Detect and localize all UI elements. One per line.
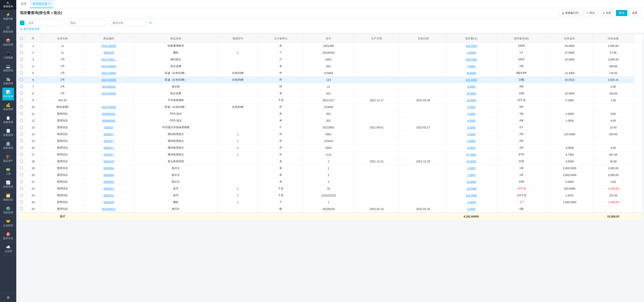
cell-link[interactable]: -16.0000	[466, 187, 476, 190]
sidebar-item-general[interactable]: 📋总账管理	[2, 113, 14, 126]
cell-code[interactable]: 001000026	[84, 83, 134, 90]
category-dropdown-icon[interactable]: ▼	[149, 21, 152, 25]
cell-link[interactable]: 4.0000	[467, 112, 476, 115]
cell-link[interactable]: 0.0000	[467, 126, 476, 129]
sidebar-item-ops[interactable]: 📈经营管理	[2, 178, 14, 191]
filter-expand-toggle[interactable]: ›	[20, 21, 24, 25]
cell-code[interactable]: 0000084	[84, 172, 134, 179]
row-checkbox[interactable]	[20, 139, 23, 142]
select-all-checkbox[interactable]	[20, 37, 23, 40]
cell-link[interactable]: 1.00000	[466, 51, 476, 54]
cell-code[interactable]: 0000084	[84, 165, 134, 172]
sidebar-item-quick-nav[interactable]: ⚡快捷导航	[2, 10, 14, 23]
cell-qty_main[interactable]: 100.0000	[446, 56, 496, 63]
cell-link[interactable]: 0000029	[103, 51, 114, 54]
cell-qty_main[interactable]: 87.0000	[446, 151, 496, 158]
cell-link[interactable]: 0023-00005	[102, 72, 116, 75]
cell-qty_main[interactable]: 0.0000	[446, 83, 496, 90]
tab-close-inventory-batch[interactable]: ✕	[48, 2, 50, 6]
cell-code[interactable]: 0000017	[84, 131, 134, 138]
cell-link[interactable]: 10.0000	[466, 180, 476, 184]
cell-qty_main[interactable]: 100.0000	[446, 43, 496, 49]
sidebar-item-ecom[interactable]: 💻电商管理	[2, 62, 14, 75]
cell-code[interactable]: 000900001	[84, 111, 134, 117]
cell-link[interactable]: 0023-00008	[102, 106, 116, 109]
cell-link[interactable]: 10.0000	[466, 92, 476, 95]
cell-link[interactable]: 3.0000	[467, 146, 476, 149]
cell-qty_main[interactable]: 3.0000	[446, 144, 496, 151]
sidebar-item-inventory[interactable]: 📊库存核算	[2, 88, 14, 101]
cell-link[interactable]: 100.0000	[466, 58, 477, 61]
row-checkbox[interactable]	[20, 92, 23, 95]
cell-qty_main[interactable]: 0.0000	[446, 104, 496, 111]
cell-code[interactable]: 0000029	[84, 49, 134, 56]
cell-link[interactable]: 0000017	[103, 153, 114, 156]
cell-link[interactable]: 0023-00008	[102, 78, 116, 82]
sidebar-item-mini-ecom[interactable]: 📱小程电商	[2, 49, 14, 62]
row-checkbox[interactable]	[20, 99, 23, 101]
sidebar-item-fixed-asset[interactable]: 🏗️固定资产	[2, 152, 14, 165]
cell-qty_main[interactable]: 0.0000	[446, 124, 496, 131]
row-checkbox[interactable]	[20, 85, 23, 88]
row-checkbox[interactable]	[20, 58, 23, 61]
cell-link[interactable]: 0.0000	[467, 208, 476, 211]
product-filter[interactable]	[68, 20, 104, 26]
cell-qty_main[interactable]: 4.0000	[446, 117, 496, 124]
cell-link[interactable]: 0023-00005	[102, 65, 116, 68]
row-checkbox[interactable]	[20, 146, 23, 149]
cell-code[interactable]: 000900001	[84, 117, 134, 124]
cell-code[interactable]: 000097	[84, 124, 134, 131]
cell-link[interactable]: 000900001	[102, 112, 116, 115]
cell-code[interactable]: 0000012	[84, 185, 134, 192]
cell-qty_main[interactable]: 2.0000	[446, 131, 496, 138]
sidebar-item-invoice[interactable]: 🧾发票管理	[2, 126, 14, 139]
cell-qty_main[interactable]: 0.0000	[446, 206, 496, 213]
row-checkbox[interactable]	[20, 194, 23, 197]
cell-link[interactable]: 10.0000	[466, 99, 476, 102]
cell-qty_main[interactable]: 0.0000	[446, 138, 496, 144]
expand-more-btn[interactable]: ▼ 展开更多条件	[20, 27, 640, 31]
row-checkbox[interactable]	[20, 187, 23, 190]
row-checkbox[interactable]	[20, 78, 23, 81]
cell-code[interactable]: 0000012	[84, 192, 134, 199]
row-checkbox[interactable]	[20, 160, 23, 163]
row-checkbox[interactable]	[20, 112, 23, 115]
cell-link[interactable]: 122.0000	[466, 194, 477, 197]
cell-link[interactable]: 0000084	[103, 167, 114, 170]
cell-link[interactable]: 0000084	[103, 180, 114, 184]
row-checkbox[interactable]	[20, 201, 23, 203]
sidebar-item-sys-mgmt[interactable]: ⚙️系统管理	[2, 204, 14, 217]
cell-qty_main[interactable]: 122.0000	[446, 192, 496, 199]
cell-link[interactable]: 100.0000	[466, 78, 477, 82]
row-checkbox[interactable]	[20, 51, 23, 54]
cell-qty_main[interactable]: 49.6000	[446, 70, 496, 77]
cell-link[interactable]: 0000084	[103, 174, 114, 177]
cell-qty_main[interactable]: 100.0000	[446, 77, 496, 83]
row-checkbox[interactable]	[20, 167, 23, 170]
row-checkbox[interactable]	[20, 132, 23, 135]
tab-inventory-batch[interactable]: 库存批次盘✕	[30, 0, 53, 8]
cell-code[interactable]	[84, 97, 134, 104]
close-button[interactable]: ✕ 关闭	[600, 10, 614, 16]
cell-qty_main[interactable]: 1.0000	[446, 165, 496, 172]
cell-link[interactable]: 001000031	[102, 208, 116, 211]
cell-link[interactable]: 001000026	[102, 85, 116, 88]
print-button[interactable]: 🖨 按模板打印	[558, 10, 582, 16]
cell-qty_main[interactable]: -16.0000	[446, 185, 496, 192]
cell-link[interactable]: 0.0000	[467, 65, 476, 68]
sidebar-item-purchase[interactable]: 🛍️采购管理	[2, 75, 14, 88]
row-checkbox[interactable]	[20, 126, 23, 129]
row-checkbox[interactable]	[20, 119, 23, 122]
row-checkbox[interactable]	[20, 173, 23, 176]
cell-qty_main[interactable]: 4.0000	[446, 111, 496, 117]
cell-code[interactable]: 0000078	[84, 158, 134, 165]
cell-code[interactable]: 0023-00005	[84, 63, 134, 70]
sidebar-item-tax[interactable]: 🏛️税务管理	[2, 139, 14, 152]
cell-link[interactable]: 0000029	[103, 201, 114, 204]
cell-code[interactable]: 001000031	[84, 206, 134, 213]
cell-code[interactable]: 0000017	[84, 138, 134, 144]
cell-qty_main[interactable]: 1.00000	[446, 49, 496, 56]
tab-home[interactable]: 首页	[18, 0, 30, 8]
sidebar-item-enterprise[interactable]: 🤝企业协同	[2, 217, 14, 230]
cell-link[interactable]: 1.0000	[467, 174, 476, 177]
